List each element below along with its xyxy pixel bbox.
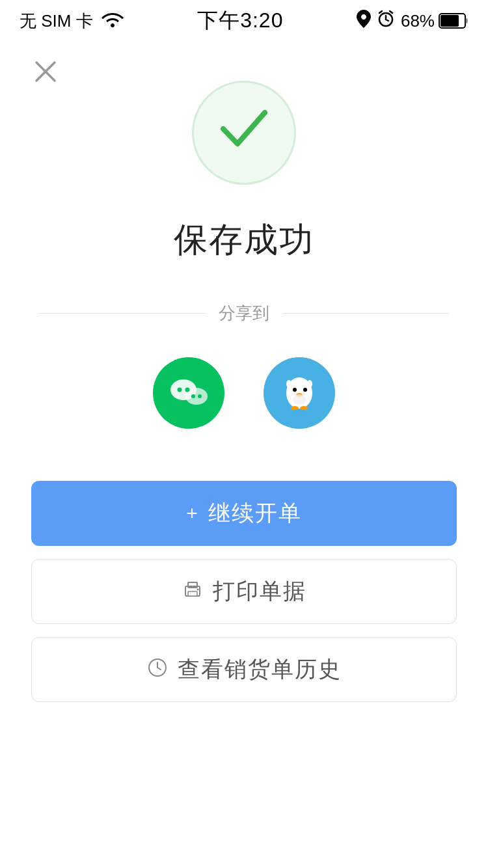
success-checkmark	[218, 106, 270, 160]
svg-point-9	[191, 394, 195, 398]
divider-line-right	[282, 313, 449, 314]
svg-point-10	[198, 394, 202, 398]
close-button[interactable]	[26, 52, 65, 91]
clock-icon	[146, 657, 169, 683]
share-icons	[153, 357, 335, 429]
history-button[interactable]: 查看销货单历史	[31, 637, 457, 702]
success-circle	[192, 81, 296, 185]
history-label: 查看销货单历史	[178, 655, 342, 685]
svg-point-15	[303, 388, 307, 392]
status-time: 下午3:20	[197, 7, 283, 35]
svg-rect-24	[188, 591, 197, 596]
main-content: 保存成功 分享到	[0, 42, 488, 702]
svg-point-20	[286, 380, 291, 388]
wechat-share-button[interactable]	[153, 357, 224, 429]
status-left: 无 SIM 卡	[20, 10, 124, 33]
plus-icon: +	[186, 502, 199, 524]
share-divider: 分享到	[0, 302, 488, 325]
battery-icon	[439, 13, 468, 29]
svg-rect-2	[441, 15, 459, 27]
svg-point-25	[197, 588, 199, 590]
share-label: 分享到	[206, 302, 282, 325]
alarm-icon	[377, 10, 394, 33]
status-bar: 无 SIM 卡 下午3:20 68%	[0, 0, 488, 42]
battery-container: 68%	[401, 11, 468, 31]
location-icon	[357, 10, 371, 33]
svg-point-18	[291, 406, 299, 410]
svg-point-8	[185, 387, 189, 392]
wifi-icon	[101, 10, 124, 32]
divider-line-left	[39, 313, 206, 314]
success-title: 保存成功	[174, 217, 314, 263]
svg-point-14	[293, 388, 297, 392]
svg-point-21	[307, 380, 312, 388]
print-label: 打印单据	[213, 576, 306, 606]
svg-point-19	[300, 406, 308, 410]
print-icon	[182, 578, 204, 605]
continue-label: 继续开单	[208, 498, 302, 528]
action-buttons: + 继续开单 打印单据 查看销货单历史	[0, 481, 488, 702]
print-button[interactable]: 打印单据	[31, 559, 457, 624]
svg-point-7	[177, 387, 182, 392]
status-right: 68%	[357, 10, 468, 33]
continue-button[interactable]: + 继续开单	[31, 481, 457, 546]
qq-share-button[interactable]	[264, 357, 335, 429]
svg-point-17	[293, 394, 306, 405]
battery-text: 68%	[401, 11, 435, 31]
carrier-text: 无 SIM 卡	[20, 10, 93, 33]
